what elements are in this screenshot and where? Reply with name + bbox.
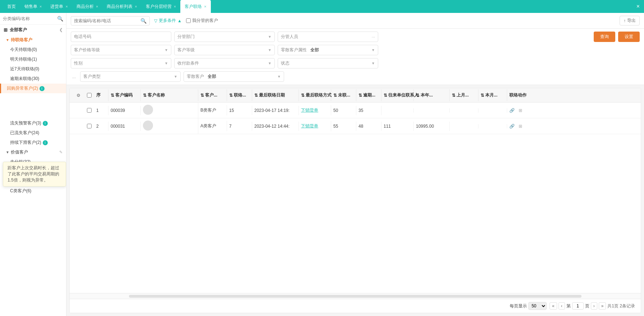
tab-home[interactable]: 首页 [3,0,20,13]
th-type[interactable]: ⇅ 客户... [198,89,227,101]
manager-field[interactable]: 分管人员 ··· [278,32,378,42]
sidebar-item-declining[interactable]: 持续下滑客户(2) i [0,138,66,147]
th-lastway-sort-icon: ⇅ [301,93,305,98]
sidebar-item-repurchase[interactable]: 回购异常客户(2) i [0,84,66,93]
row1-action-link-icon[interactable]: 🔗 [509,108,515,113]
th-notcontact[interactable]: ⇅ 未联... [331,89,356,101]
scrollbar-thumb[interactable] [129,295,581,298]
value-group-edit-icon[interactable]: ✎ [59,150,62,155]
row1-lastway[interactable]: 下销货单 [299,105,331,115]
phone-field[interactable]: 电话号码 [71,32,171,42]
retail-customer-field[interactable]: 零散客户 全部 ▼ [184,71,284,82]
retail-customer-dropdown-icon: ▼ [277,75,281,79]
sidebar-item-lost[interactable]: 已流失客户(24) [0,128,66,138]
close-all-button[interactable]: × [636,3,640,10]
th-thisyear[interactable]: ⇅ 本年... [414,89,450,101]
filter-more-dots[interactable]: ... [71,74,77,79]
sidebar-item-7days[interactable]: 近7天待联络(0) [0,64,66,74]
tab-customer-manage[interactable]: 客户分层经营 × [142,0,180,13]
retail-attr-field[interactable]: 零散客户属性 全部 ▼ [278,45,378,55]
export-button[interactable]: ↑ 导出 [620,16,640,25]
row2-checkbox[interactable] [87,124,92,128]
sidebar-search-input[interactable] [3,16,57,21]
th-name[interactable]: ⇅ 客户名称 [141,89,198,101]
payment-field[interactable]: 收付款条件 ▼ [174,58,275,69]
tab-sales-close[interactable]: × [40,4,42,9]
per-page-select[interactable]: 50 20 100 [528,302,547,310]
row2-checkbox-cell[interactable] [84,124,94,128]
th-code[interactable]: ⇅ 客户编码 [108,89,141,101]
row2-num: 2 [94,122,108,131]
tab-analysis[interactable]: 商品分析 × [72,0,102,13]
table-settings-icon[interactable]: ⚙ [73,93,84,98]
th-thismonth-sort-icon: ⇅ [481,93,484,98]
gender-field[interactable]: 性别 ▼ [71,58,171,69]
tab-analysis-list-close[interactable]: × [135,4,137,9]
th-thismonth[interactable]: ⇅ 本月... [478,89,507,101]
horizontal-scrollbar[interactable] [70,293,641,299]
page-number-input[interactable] [572,302,584,310]
select-all-checkbox[interactable] [87,93,92,98]
filter-row-2: 客户价格等级 ▼ 客户等级 ▼ 零散客户属性 全部 ▼ [71,45,640,55]
th-contact[interactable]: ⇅ 联络... [227,89,252,101]
th-overdue[interactable]: ⇅ 逾期... [356,89,381,101]
prev-page-button[interactable]: ‹ [559,302,565,310]
dept-field[interactable]: 分管部门 ▼ [174,32,275,42]
row2-action-link-icon[interactable]: 🔗 [509,124,515,129]
row1-code: 000039 [108,106,141,115]
th-type-sort-icon: ⇅ [200,93,204,98]
sidebar-value-group[interactable]: ▼ 价值客户 ✎ [0,147,66,157]
filter-search-input[interactable] [74,18,140,23]
query-button[interactable]: 查询 [594,32,615,42]
th-code-sort-icon: ⇅ [111,93,114,98]
sidebar-item-c-class[interactable]: C类客户(6) [0,186,66,196]
filter-search-icon[interactable]: 🔍 [140,18,147,24]
th-lastmonth[interactable]: ⇅ 上月... [450,89,478,101]
th-lastway[interactable]: ⇅ 最后联络方式 [299,89,331,101]
th-overdue-sort-icon: ⇅ [358,93,362,98]
my-customers-checkbox[interactable]: 我分管的客户 [186,18,218,24]
sidebar-search-icon[interactable]: 🔍 [57,16,63,22]
row2-action-more-icon[interactable]: ⊞ [519,124,522,129]
table-row: 1 000039 B类客户 15 2023-04-17 14:19: 下销货单 … [70,103,641,118]
last-page-button[interactable]: » [599,302,606,310]
row2-name [141,118,198,134]
tab-customer-contact[interactable]: 客户联络 × [180,0,210,13]
select-all-checkbox-cell[interactable] [84,93,94,98]
tab-customer-contact-close[interactable]: × [204,4,206,9]
tab-purchase-close[interactable]: × [65,4,68,9]
th-date[interactable]: ⇅ 最后联络日期 [252,89,299,101]
pending-arrow-icon: ▼ [6,38,9,42]
tab-analysis-close[interactable]: × [96,4,98,9]
tab-purchase[interactable]: 进货单 × [46,0,72,13]
customer-level-field[interactable]: 客户等级 ▼ [174,45,275,55]
row1-checkbox-cell[interactable] [84,108,94,113]
th-partner[interactable]: ⇅ 往来单位联系人 [381,89,414,101]
row1-action-more-icon[interactable]: ⊞ [519,108,522,113]
sidebar-all-customers[interactable]: ⊞ 全部客户 ❮ [0,25,66,35]
sidebar-item-tomorrow[interactable]: 明天待联络(1) [0,55,66,64]
status-field[interactable]: 状态 ▼ [278,58,378,69]
sidebar-item-overdue[interactable]: 逾期未联络(30) [0,74,66,84]
tab-sales[interactable]: 销售单 × [20,0,46,13]
row1-checkbox[interactable] [87,108,92,113]
pending-group-label: 待联络客户 [11,37,32,43]
sidebar-item-today[interactable]: 今天待联络(0) [0,45,66,55]
price-level-field[interactable]: 客户价格等级 ▼ [71,45,171,55]
chevron-up-icon: ▲ [177,18,182,23]
sidebar-item-lost-risk[interactable]: 流失预警客户(3) i [0,118,66,128]
my-customers-check[interactable] [186,18,191,23]
th-num: 序 [94,89,108,101]
filter-bar: 🔍 ▽ 更多条件 ▲ 我分管的客户 ↑ 导出 [66,13,644,29]
more-conditions-btn[interactable]: ▽ 更多条件 ▲ [154,18,182,24]
tab-customer-manage-close[interactable]: × [174,4,176,9]
next-page-button[interactable]: › [591,302,597,310]
row1-date: 2023-04-17 14:19: [252,106,299,115]
row2-lastway[interactable]: 下销货单 [299,121,331,131]
settings-button[interactable]: 设置 [618,32,640,42]
top-nav: 首页 销售单 × 进货单 × 商品分析 × 商品分析列表 × 客户分层经营 × … [0,0,644,13]
sidebar-group-pending[interactable]: ▼ 待联络客户 [0,35,66,45]
first-page-button[interactable]: « [550,302,557,310]
tab-analysis-list[interactable]: 商品分析列表 × [102,0,141,13]
customer-type-field[interactable]: 客户类型 ▼ [80,71,181,82]
